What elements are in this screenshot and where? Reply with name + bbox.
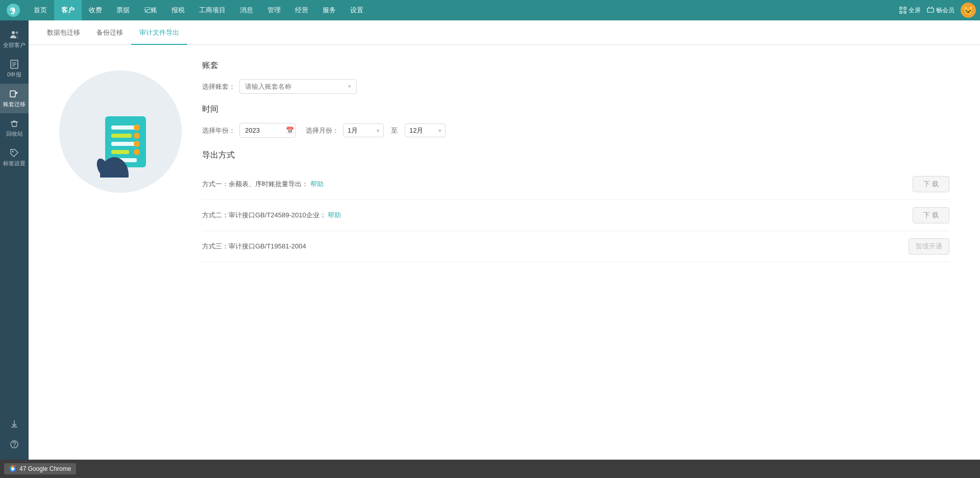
illustration-circle bbox=[59, 70, 182, 193]
svg-rect-13 bbox=[10, 91, 15, 97]
svg-rect-17 bbox=[111, 125, 137, 130]
nav-service[interactable]: 服务 bbox=[315, 0, 343, 20]
year-input[interactable]: 📅 bbox=[239, 123, 296, 138]
nav-home[interactable]: 首页 bbox=[27, 0, 54, 20]
sidebar-item-all-clients[interactable]: 全部客户 bbox=[0, 24, 29, 54]
svg-rect-2 bbox=[900, 7, 902, 9]
to-text: 至 bbox=[391, 126, 398, 135]
export-method-2-label: 方式二：审计接口GB/T24589-2010企业： 帮助 bbox=[202, 211, 341, 220]
sidebar-item-recycle[interactable]: 回收站 bbox=[0, 113, 29, 143]
nav-business[interactable]: 工商项目 bbox=[192, 0, 233, 20]
svg-point-23 bbox=[134, 133, 140, 139]
chevron-down-icon: ▾ bbox=[348, 83, 351, 90]
svg-point-7 bbox=[12, 31, 15, 34]
sidebar-item-all-clients-label: 全部客户 bbox=[3, 41, 26, 49]
user-avatar[interactable]: 🐱 bbox=[961, 3, 976, 18]
nav-fees[interactable]: 收费 bbox=[82, 0, 109, 20]
calendar-icon: 📅 bbox=[286, 127, 294, 134]
end-month-select[interactable]: 1月2月3月4月 5月6月7月8月 9月10月11月 12月 bbox=[405, 123, 446, 137]
svg-rect-5 bbox=[904, 11, 906, 13]
export-row-3: 方式三：审计接口GB/T19581-2004 暂缓开通 bbox=[202, 231, 949, 262]
export-section-title: 导出方式 bbox=[202, 150, 949, 161]
svg-rect-4 bbox=[900, 11, 902, 13]
export-method-2-download-button[interactable]: 下 载 bbox=[913, 207, 949, 223]
tab-backup-migration[interactable]: 备份迁移 bbox=[88, 21, 131, 45]
nav-items: 首页 客户 收费 票据 记账 报税 工商项目 消息 管理 经营 服务 设置 bbox=[27, 0, 371, 20]
end-month-select-wrap: 1月2月3月4月 5月6月7月8月 9月10月11月 12月 bbox=[405, 123, 446, 137]
export-method-1-download-button[interactable]: 下 载 bbox=[913, 176, 949, 192]
nav-tax[interactable]: 报税 bbox=[164, 0, 192, 20]
export-method-1-help-link[interactable]: 帮助 bbox=[310, 180, 324, 188]
main-layout: 全部客户 0申报 账套迁移 回收站 bbox=[0, 20, 980, 460]
account-search-input[interactable] bbox=[245, 83, 348, 90]
nav-bookkeeping[interactable]: 记账 bbox=[137, 0, 164, 20]
sidebar-bottom bbox=[0, 415, 29, 460]
svg-point-24 bbox=[134, 141, 140, 147]
app-logo bbox=[4, 1, 22, 19]
nav-message[interactable]: 消息 bbox=[233, 0, 260, 20]
export-method-2-help-link[interactable]: 帮助 bbox=[328, 211, 341, 219]
nav-customer[interactable]: 客户 bbox=[54, 0, 82, 20]
nav-operation[interactable]: 经营 bbox=[288, 0, 315, 20]
time-section-title: 时间 bbox=[202, 104, 949, 115]
svg-rect-18 bbox=[111, 134, 132, 138]
svg-point-1 bbox=[12, 9, 15, 12]
sidebar-item-zero-report-label: 0申报 bbox=[7, 71, 21, 79]
sidebar-item-zero-report[interactable]: 0申报 bbox=[0, 54, 29, 84]
sidebar-item-tag-settings-label: 标签设置 bbox=[3, 160, 26, 167]
export-row-2: 方式二：审计接口GB/T24589-2010企业： 帮助 下 载 bbox=[202, 200, 949, 231]
year-value-input[interactable] bbox=[245, 127, 286, 134]
time-row: 选择年份： 📅 选择月份： 1月2月3月4月 5月6月7月8月 9月10月11月… bbox=[202, 123, 949, 138]
sidebar-item-account-migration-label: 账套迁移 bbox=[3, 100, 26, 108]
svg-rect-6 bbox=[927, 8, 934, 12]
chrome-icon bbox=[9, 465, 16, 472]
sidebar-item-recycle-label: 回收站 bbox=[6, 130, 23, 138]
nav-manage[interactable]: 管理 bbox=[260, 0, 288, 20]
sidebar-item-account-migration[interactable]: 账套迁移 bbox=[0, 84, 29, 113]
sidebar-item-tag-settings[interactable]: 标签设置 bbox=[0, 143, 29, 172]
content-area: 数据包迁移 备份迁移 审计文件导出 bbox=[29, 20, 980, 460]
account-select-row: 选择账套： ▾ bbox=[202, 79, 949, 94]
illustration-area bbox=[49, 60, 192, 444]
form-area: 账套 选择账套： ▾ 时间 选择年份： 📅 bbox=[192, 60, 960, 444]
top-navigation: 首页 客户 收费 票据 记账 报税 工商项目 消息 管理 经营 服务 设置 全屏 bbox=[0, 0, 980, 20]
tab-audit-export[interactable]: 审计文件导出 bbox=[131, 21, 187, 45]
tabs-bar: 数据包迁移 备份迁移 审计文件导出 bbox=[29, 20, 980, 45]
account-section-title: 账套 bbox=[202, 60, 949, 71]
sidebar-download-button[interactable] bbox=[0, 415, 29, 433]
export-method-3-coming-soon-button[interactable]: 暂缓开通 bbox=[909, 238, 949, 255]
svg-point-14 bbox=[12, 151, 14, 153]
nav-settings[interactable]: 设置 bbox=[343, 0, 371, 20]
fullscreen-button[interactable]: 全屏 bbox=[899, 6, 921, 15]
svg-rect-3 bbox=[904, 7, 906, 9]
account-select-label: 选择账套： bbox=[202, 82, 235, 91]
year-label: 选择年份： bbox=[202, 126, 235, 135]
taskbar-chrome-label: 47 Google Chrome bbox=[19, 465, 71, 472]
export-row-1: 方式一：余额表、序时账批量导出： 帮助 下 载 bbox=[202, 169, 949, 200]
svg-point-25 bbox=[134, 149, 140, 155]
svg-rect-20 bbox=[111, 150, 129, 154]
svg-rect-19 bbox=[111, 142, 137, 146]
svg-point-8 bbox=[16, 32, 18, 34]
svg-point-22 bbox=[134, 124, 140, 131]
export-method-3-label: 方式三：审计接口GB/T19581-2004 bbox=[202, 242, 306, 251]
start-month-select[interactable]: 1月2月3月4月 5月6月7月8月 9月10月11月12月 bbox=[343, 123, 384, 137]
sidebar: 全部客户 0申报 账套迁移 回收站 bbox=[0, 20, 29, 460]
taskbar-chrome-item[interactable]: 47 Google Chrome bbox=[4, 463, 76, 474]
sidebar-help-button[interactable] bbox=[0, 435, 29, 454]
month-label: 选择月份： bbox=[306, 126, 339, 135]
export-section: 导出方式 方式一：余额表、序时账批量导出： 帮助 下 载 方式二：审计接口GB/… bbox=[202, 150, 949, 262]
page-content: 账套 选择账套： ▾ 时间 选择年份： 📅 bbox=[29, 45, 980, 460]
export-method-1-label: 方式一：余额表、序时账批量导出： 帮助 bbox=[202, 180, 324, 189]
nav-invoice[interactable]: 票据 bbox=[109, 0, 137, 20]
start-month-select-wrap: 1月2月3月4月 5月6月7月8月 9月10月11月12月 bbox=[343, 123, 384, 137]
member-button[interactable]: 畅会员 bbox=[927, 6, 954, 15]
account-select-input[interactable]: ▾ bbox=[239, 79, 357, 94]
taskbar: 47 Google Chrome bbox=[0, 460, 980, 478]
tab-data-migration[interactable]: 数据包迁移 bbox=[39, 21, 88, 45]
top-nav-right: 全屏 畅会员 🐱 bbox=[899, 3, 976, 18]
